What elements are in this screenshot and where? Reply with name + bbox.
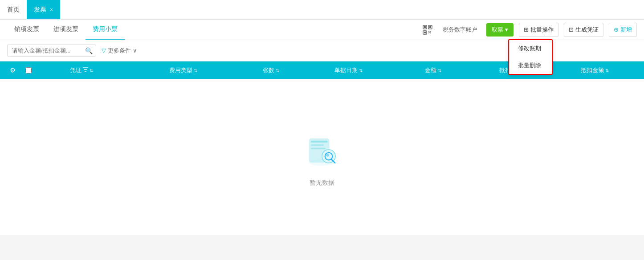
tab-sales[interactable]: 销项发票 <box>7 20 46 40</box>
add-button[interactable]: ⊕ 新增 <box>609 23 637 37</box>
dropdown-menu: 修改账期 批量删除 <box>508 39 553 75</box>
th-amount[interactable]: 金额 ⇅ <box>394 66 472 74</box>
qr-icon[interactable] <box>421 24 434 36</box>
gen-voucher-button[interactable]: ⊡ 生成凭证 <box>564 23 603 37</box>
take-ticket-label: 取票 <box>492 26 503 34</box>
gen-voucher-label: 生成凭证 <box>575 26 599 34</box>
th-voucher-label: 凭证 <box>70 66 82 74</box>
svg-point-22 <box>326 154 329 157</box>
th-count[interactable]: 张数 ⇅ <box>240 66 303 74</box>
svg-rect-8 <box>428 32 429 33</box>
th-date[interactable]: 单据日期 ⇅ <box>303 66 394 74</box>
deduct-amount-sort-icon: ⇅ <box>605 68 609 73</box>
th-checkbox <box>21 67 36 73</box>
sub-tabs-right: 税务数字账户 取票 ▾ ⊞ 批量操作 ⊡ 生成凭证 ⊕ 新增 <box>421 23 637 37</box>
svg-rect-10 <box>429 32 430 32</box>
more-filter-arrow: ∨ <box>133 47 137 54</box>
th-expense-type[interactable]: 费用类型 ⇅ <box>127 66 240 74</box>
amount-sort-icon: ⇅ <box>438 68 441 73</box>
empty-state-text: 暂无数据 <box>310 179 334 187</box>
search-input[interactable] <box>7 45 96 57</box>
filter-icon: ▽ <box>102 47 106 54</box>
top-nav: 首页 发票 × <box>0 0 644 20</box>
main-content: 暂无数据 <box>0 79 644 235</box>
take-ticket-button[interactable]: 取票 ▾ <box>486 23 514 37</box>
more-filter-button[interactable]: ▽ 更多条件 ∨ <box>102 47 137 55</box>
svg-rect-18 <box>311 148 326 149</box>
add-label: 新增 <box>620 26 632 34</box>
batch-op-label: 批量操作 <box>530 26 554 34</box>
sub-tabs-left: 销项发票 进项发票 费用小票 <box>7 20 125 40</box>
add-icon: ⊕ <box>614 26 619 33</box>
select-all-checkbox[interactable] <box>25 67 32 73</box>
dropdown-item-batch-delete[interactable]: 批量删除 <box>509 57 552 74</box>
nav-tab-invoice[interactable]: 发票 × <box>27 0 60 19</box>
count-sort-icon: ⇅ <box>276 68 279 73</box>
tax-account-button[interactable]: 税务数字账户 <box>439 26 481 34</box>
svg-marker-12 <box>84 69 87 70</box>
tab-input[interactable]: 进项发票 <box>46 20 86 40</box>
tab-expense[interactable]: 费用小票 <box>86 20 125 40</box>
date-sort-icon: ⇅ <box>359 68 363 73</box>
svg-rect-1 <box>424 26 426 28</box>
nav-tab-close[interactable]: × <box>50 7 53 13</box>
svg-rect-16 <box>311 141 328 142</box>
th-deduct-amount[interactable]: 抵扣金额 ⇅ <box>549 66 640 74</box>
search-input-wrap: 🔍 <box>7 45 96 57</box>
svg-rect-17 <box>311 144 324 146</box>
th-amount-label: 金额 <box>425 66 436 74</box>
dropdown-item-modify-period[interactable]: 修改账期 <box>509 40 552 57</box>
empty-state-icon <box>300 127 344 172</box>
batch-op-button[interactable]: ⊞ 批量操作 <box>519 23 558 37</box>
th-voucher[interactable]: 凭证 ⇅ <box>36 66 127 74</box>
nav-tab-label: 发票 <box>34 6 46 14</box>
th-expense-type-label: 费用类型 <box>169 66 192 74</box>
svg-rect-6 <box>428 31 429 32</box>
take-ticket-arrow: ▾ <box>505 26 508 33</box>
voucher-sort-icon: ⇅ <box>90 68 93 73</box>
th-deduct-amount-label: 抵扣金额 <box>581 66 604 74</box>
voucher-filter-icon <box>83 67 88 73</box>
svg-rect-9 <box>430 32 431 33</box>
nav-home[interactable]: 首页 <box>0 0 27 19</box>
sub-tabs: 销项发票 进项发票 费用小票 税务数字 <box>0 20 644 40</box>
more-filter-label: 更多条件 <box>108 47 131 55</box>
svg-marker-13 <box>85 71 86 72</box>
th-date-label: 单据日期 <box>334 66 358 74</box>
svg-rect-5 <box>424 32 426 33</box>
svg-rect-3 <box>429 26 431 28</box>
svg-rect-7 <box>430 31 431 32</box>
settings-icon[interactable]: ⚙ <box>10 66 16 74</box>
expense-type-sort-icon: ⇅ <box>194 68 197 73</box>
search-icon[interactable]: 🔍 <box>85 47 93 54</box>
svg-marker-11 <box>83 67 88 68</box>
th-settings: ⚙ <box>4 66 21 74</box>
page-wrapper: 首页 发票 × 销项发票 进项发票 费用小票 <box>0 0 644 260</box>
gen-voucher-icon: ⊡ <box>569 26 574 33</box>
th-count-label: 张数 <box>263 66 274 74</box>
batch-op-icon: ⊞ <box>524 26 529 33</box>
